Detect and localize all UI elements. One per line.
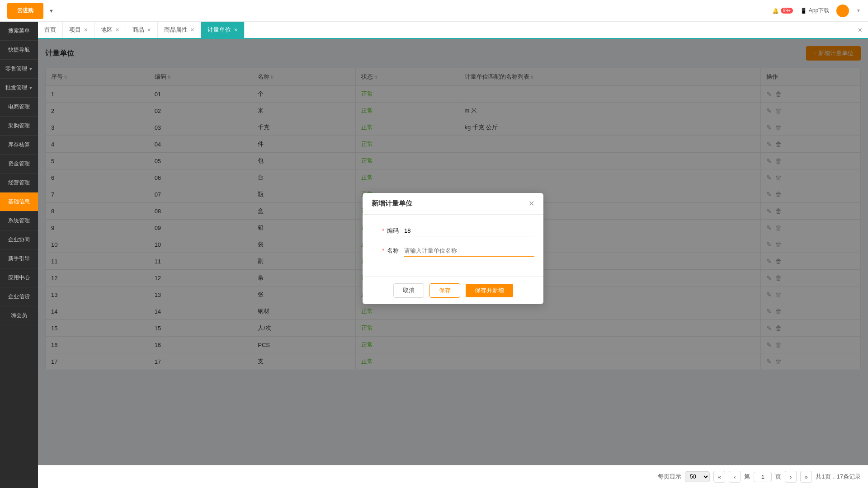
save-button[interactable]: 保存 [429, 283, 460, 298]
sidebar-item-label: 经营管理 [8, 179, 30, 186]
main-layout: 搜索菜单 快捷导航 零售管理 ▼ 批发管理 ▼ 电商管理 采购管理 库存核算 资 [0, 22, 868, 488]
code-label: * 编码 [372, 227, 399, 235]
tab-goods-attr-label: 商品属性 [164, 26, 188, 34]
notification-btn[interactable]: 🔔 99+ [772, 8, 793, 14]
page-suffix-label: 页 [775, 473, 781, 481]
tab-measure-unit-close[interactable]: ✕ [234, 27, 238, 33]
sidebar-item-label: 电商管理 [8, 103, 30, 110]
logo-text: 云进购 [17, 7, 33, 14]
sidebar-item-label: 企业协同 [8, 236, 30, 243]
last-page-btn[interactable]: » [800, 471, 812, 483]
tab-project-close[interactable]: ✕ [84, 27, 88, 33]
sidebar-item-label: 新手引导 [8, 255, 30, 262]
sidebar-item-system[interactable]: 系统管理 [0, 211, 38, 230]
top-header: 云进购 ▼ 🔔 99+ 📱 App下载 ▼ [0, 0, 868, 22]
tab-goods[interactable]: 商品 ✕ [126, 22, 158, 38]
name-label: * 名称 [372, 247, 399, 255]
tab-goods-close[interactable]: ✕ [147, 27, 151, 33]
logo-area: 云进购 ▼ [7, 3, 54, 19]
sidebar-item-basic-info[interactable]: 基础信息 [0, 192, 38, 211]
sidebar-item-label: 搜索菜单 [8, 28, 30, 34]
prev-page-btn[interactable]: ‹ [729, 471, 741, 483]
tab-goods-attr-close[interactable]: ✕ [190, 27, 194, 33]
sidebar-item-inventory[interactable]: 库存核算 [0, 136, 38, 155]
next-page-btn[interactable]: › [785, 471, 797, 483]
code-input[interactable] [404, 225, 534, 236]
sidebar-item-ecommerce[interactable]: 电商管理 [0, 98, 38, 117]
sidebar-item-enterprise-credit[interactable]: 企业信贷 [0, 287, 38, 306]
tab-project[interactable]: 项目 ✕ [63, 22, 94, 38]
modal-footer: 取消 保存 保存并新增 [363, 277, 543, 304]
avatar[interactable] [836, 5, 849, 17]
sidebar-item-label: 应用中心 [8, 274, 30, 281]
modal-overlay: 新增计量单位 ✕ * 编码 * [38, 39, 868, 465]
sidebar-item-retail[interactable]: 零售管理 ▼ [0, 60, 38, 79]
app-download-label: App下载 [809, 7, 829, 14]
modal-add-measure-unit: 新增计量单位 ✕ * 编码 * [363, 193, 543, 304]
modal-header: 新增计量单位 ✕ [363, 193, 543, 215]
modal-body: * 编码 * 名称 [363, 215, 543, 277]
retail-arrow-icon: ▼ [29, 67, 33, 71]
sidebar: 搜索菜单 快捷导航 零售管理 ▼ 批发管理 ▼ 电商管理 采购管理 库存核算 资 [0, 22, 38, 488]
pagination-bar: 每页显示 50 10 20 100 « ‹ 第 页 › » 共1页，17条记录 [38, 465, 868, 488]
page-size-label: 每页显示 [658, 473, 681, 481]
sidebar-item-operations[interactable]: 经营管理 [0, 174, 38, 192]
name-required-mark: * [382, 247, 384, 254]
tab-region-close[interactable]: ✕ [115, 27, 119, 33]
code-required-mark: * [382, 227, 384, 234]
current-page-label: 第 [744, 473, 750, 481]
code-label-text: 编码 [387, 227, 399, 234]
sidebar-item-wholesale[interactable]: 批发管理 ▼ [0, 79, 38, 98]
sidebar-item-newbie[interactable]: 新手引导 [0, 249, 38, 268]
name-label-text: 名称 [387, 247, 399, 254]
sidebar-item-purchase[interactable]: 采购管理 [0, 117, 38, 136]
total-label: 共1页，17条记录 [816, 473, 861, 481]
tab-region-label: 地区 [101, 26, 113, 34]
save-and-new-button[interactable]: 保存并新增 [466, 284, 513, 297]
tab-region[interactable]: 地区 ✕ [94, 22, 126, 38]
header-dropdown-arrow[interactable]: ▼ [49, 8, 54, 14]
sidebar-item-label: 基础信息 [8, 198, 30, 205]
content-area: 首页 项目 ✕ 地区 ✕ 商品 ✕ 商品属性 ✕ 计量单位 ✕ ✕ [38, 22, 868, 488]
name-input[interactable] [404, 245, 534, 257]
sidebar-item-app-center[interactable]: 应用中心 [0, 268, 38, 287]
page-content: 计量单位 + 新增计量单位 序号⇅ 编码⇅ 名称⇅ 状态⇅ 计量单位匹配的名称列… [38, 39, 868, 465]
cancel-button[interactable]: 取消 [393, 283, 424, 298]
logo: 云进购 [7, 3, 43, 19]
tab-measure-unit[interactable]: 计量单位 ✕ [201, 22, 245, 38]
tab-measure-unit-label: 计量单位 [208, 26, 231, 34]
sidebar-item-membership[interactable]: 嗨会员 [0, 306, 38, 325]
sidebar-item-label: 快捷导航 [8, 47, 30, 53]
tabs-bar: 首页 项目 ✕ 地区 ✕ 商品 ✕ 商品属性 ✕ 计量单位 ✕ ✕ [38, 22, 868, 39]
sidebar-item-quick-nav[interactable]: 快捷导航 [0, 41, 38, 60]
first-page-btn[interactable]: « [713, 471, 725, 483]
sidebar-item-label: 企业信贷 [8, 293, 30, 300]
sidebar-item-search-menu[interactable]: 搜索菜单 [0, 22, 38, 41]
notification-icon: 🔔 [772, 8, 779, 14]
modal-title: 新增计量单位 [372, 199, 412, 208]
tab-home[interactable]: 首页 [38, 22, 63, 38]
app-download-btn[interactable]: 📱 App下载 [800, 7, 829, 14]
sidebar-item-label: 批发管理 [5, 84, 27, 92]
sidebar-item-label: 库存核算 [8, 141, 30, 148]
sidebar-item-label: 采购管理 [8, 122, 30, 129]
wholesale-arrow-icon: ▼ [29, 86, 33, 90]
sidebar-item-label: 零售管理 [5, 65, 27, 73]
tab-goods-attr[interactable]: 商品属性 ✕ [158, 22, 201, 38]
name-form-row: * 名称 [372, 245, 534, 257]
notification-badge: 99+ [781, 8, 793, 14]
code-form-row: * 编码 [372, 225, 534, 236]
page-number-input[interactable] [754, 472, 772, 482]
tab-project-label: 项目 [69, 26, 81, 34]
tabs-close-all[interactable]: ✕ [852, 22, 868, 38]
sidebar-item-finance[interactable]: 资金管理 [0, 155, 38, 174]
sidebar-item-business[interactable]: 企业协同 [0, 230, 38, 249]
user-dropdown-arrow[interactable]: ▼ [856, 8, 861, 13]
sidebar-item-label: 嗨会员 [11, 312, 27, 319]
phone-icon: 📱 [800, 8, 807, 14]
sidebar-item-label: 系统管理 [8, 217, 30, 224]
modal-close-button[interactable]: ✕ [528, 199, 534, 208]
sidebar-item-label: 资金管理 [8, 160, 30, 167]
tab-goods-label: 商品 [132, 26, 144, 34]
page-size-select[interactable]: 50 10 20 100 [685, 471, 710, 482]
